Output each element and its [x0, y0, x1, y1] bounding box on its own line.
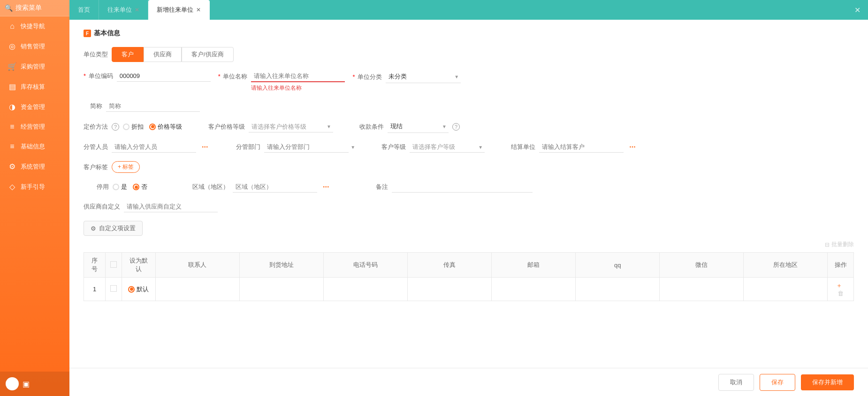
sidebar-item-inventory[interactable]: ▤ 库存核算 [0, 77, 69, 97]
sidebar: 🔍 搜索菜单 ⌂ 快捷导航 ◎ 销售管理 🛒 采购管理 ▤ 库存核算 ◑ 资金管… [0, 0, 69, 396]
pricing-discount-radio[interactable] [123, 124, 129, 130]
pricing-price-level-radio[interactable] [149, 124, 156, 130]
sidebar-item-guide[interactable]: ◇ 新手引导 [0, 177, 69, 197]
row-qq[interactable] [576, 278, 660, 301]
pricing-price-level[interactable]: 价格等级 [149, 123, 182, 131]
tab-home[interactable]: 首页 [69, 0, 99, 20]
unit-name-input[interactable] [251, 70, 345, 82]
custom-settings-button[interactable]: ⚙ 自定义项设置 [84, 221, 143, 236]
tag-button-label: + 标签 [118, 163, 134, 171]
row-default-radio[interactable]: 默认 [127, 285, 151, 294]
row-delete-icon[interactable]: 🗑 [838, 290, 844, 297]
manager-more-dots[interactable]: ··· [200, 143, 210, 151]
sidebar-item-base-info[interactable]: ≡ 基础信息 [0, 137, 69, 156]
payment-terms-help-icon[interactable]: ? [452, 123, 460, 131]
customer-price-select[interactable]: 请选择客户价格等级 [249, 121, 333, 132]
dept-chevron: ▼ [350, 145, 355, 150]
row-email-input[interactable] [496, 286, 571, 293]
save-button[interactable]: 保存 [760, 374, 795, 391]
remark-group: 备注 [376, 181, 533, 193]
row-action: ＋ 🗑 [828, 278, 854, 301]
tab-partners-close[interactable]: ✕ [135, 7, 139, 13]
sidebar-item-system[interactable]: ⚙ 系统管理 [0, 156, 69, 177]
customer-price-select-wrapper[interactable]: 请选择客户价格等级 ▼ [249, 121, 333, 132]
pricing-help-icon[interactable]: ? [112, 123, 119, 131]
dept-select-wrapper[interactable]: ▼ [264, 141, 355, 153]
select-all-checkbox[interactable] [110, 261, 117, 268]
add-tag-button[interactable]: + 标签 [112, 161, 140, 173]
tab-new-partner-close[interactable]: ✕ [196, 7, 201, 13]
sidebar-item-label: 系统管理 [21, 163, 45, 171]
base-info-icon: ≡ [8, 142, 17, 151]
customer-level-select-wrapper[interactable]: 请选择客户等级 ▼ [410, 141, 485, 153]
settlement-input[interactable] [539, 141, 624, 153]
row-default-radio-circle[interactable] [128, 286, 135, 293]
sales-icon: ◎ [8, 42, 17, 51]
supplier-custom-input[interactable] [124, 201, 218, 212]
sidebar-item-operations[interactable]: ≡ 经营管理 [0, 117, 69, 137]
disable-no[interactable]: 否 [133, 183, 147, 191]
cancel-button[interactable]: 取消 [718, 374, 754, 391]
row-location[interactable] [744, 278, 828, 301]
col-phone: 电话号码 [323, 253, 407, 278]
pricing-row: 定价方法 ? 折扣 价格等级 客户价格等级 [84, 120, 854, 133]
region-more-dots[interactable]: ··· [321, 183, 331, 191]
row-phone-input[interactable] [328, 286, 403, 293]
customer-level-select[interactable]: 请选择客户等级 [410, 141, 485, 153]
payment-terms-select-wrapper[interactable]: 现结 ▼ [388, 120, 449, 133]
search-menu-label: 搜索菜单 [15, 4, 42, 12]
abbr-input[interactable] [106, 101, 200, 112]
region-input[interactable] [233, 181, 317, 193]
sidebar-item-sales[interactable]: ◎ 销售管理 [0, 36, 69, 56]
type-btn-customer[interactable]: 客户 [112, 47, 144, 62]
row-address[interactable] [239, 278, 323, 301]
row-checkbox[interactable] [106, 278, 122, 301]
pricing-discount[interactable]: 折扣 [123, 123, 144, 131]
tag-group: 客户标签 + 标签 [84, 161, 140, 173]
row-email[interactable] [492, 278, 576, 301]
row-wechat-input[interactable] [664, 286, 739, 293]
dept-input[interactable] [264, 141, 349, 153]
sidebar-item-label: 采购管理 [21, 62, 45, 71]
remark-input[interactable] [392, 181, 533, 193]
col-address: 到货地址 [239, 253, 323, 278]
tab-partners[interactable]: 往来单位 ✕ [99, 0, 148, 20]
tab-bar-global-close[interactable]: ✕ [847, 6, 868, 15]
row-qq-input[interactable] [580, 286, 655, 293]
save-new-button[interactable]: 保存并新增 [801, 374, 854, 390]
operations-icon: ≡ [8, 123, 17, 131]
disable-yes[interactable]: 是 [113, 183, 127, 191]
row-select-checkbox[interactable] [110, 285, 117, 292]
unit-code-input[interactable] [117, 70, 211, 82]
type-btn-supplier[interactable]: 供应商 [144, 47, 182, 62]
tab-new-partner[interactable]: 新增往来单位 ✕ [148, 0, 210, 20]
contact-table: 序号 设为默认 联系人 到货地址 电话号码 传真 邮箱 qq 微信 所在地区 操… [84, 252, 854, 301]
sidebar-footer: ▣ [0, 372, 69, 396]
row-address-input[interactable] [244, 286, 319, 293]
sidebar-item-finance[interactable]: ◑ 资金管理 [0, 97, 69, 117]
row-phone[interactable] [323, 278, 407, 301]
row-contact[interactable] [155, 278, 239, 301]
row-location-input[interactable] [748, 286, 822, 293]
sidebar-item-label: 资金管理 [21, 103, 45, 111]
sidebar-item-purchase[interactable]: 🛒 采购管理 [0, 56, 69, 77]
col-contact: 联系人 [155, 253, 239, 278]
type-btn-both[interactable]: 客户/供应商 [182, 47, 234, 62]
manager-input[interactable] [112, 141, 196, 153]
search-menu[interactable]: 🔍 搜索菜单 [0, 0, 69, 16]
sidebar-item-quick-nav[interactable]: ⌂ 快捷导航 [0, 16, 69, 36]
settlement-more-dots[interactable]: ··· [627, 143, 637, 151]
row-add-icon[interactable]: ＋ [836, 282, 842, 289]
row-fax-input[interactable] [412, 286, 487, 293]
row-contact-input[interactable] [160, 286, 235, 293]
sidebar-footer-icon: ▣ [23, 380, 30, 388]
unit-type-buttons: 客户 供应商 客户/供应商 [112, 47, 234, 62]
col-qq: qq [576, 253, 660, 278]
disable-yes-radio[interactable] [113, 184, 119, 190]
tag-row: 客户标签 + 标签 [84, 161, 854, 173]
guide-icon: ◇ [8, 182, 17, 191]
row-fax[interactable] [407, 278, 491, 301]
row-wechat[interactable] [660, 278, 744, 301]
disable-no-radio[interactable] [133, 184, 139, 190]
customer-tag-label: 客户标签 [84, 163, 108, 171]
